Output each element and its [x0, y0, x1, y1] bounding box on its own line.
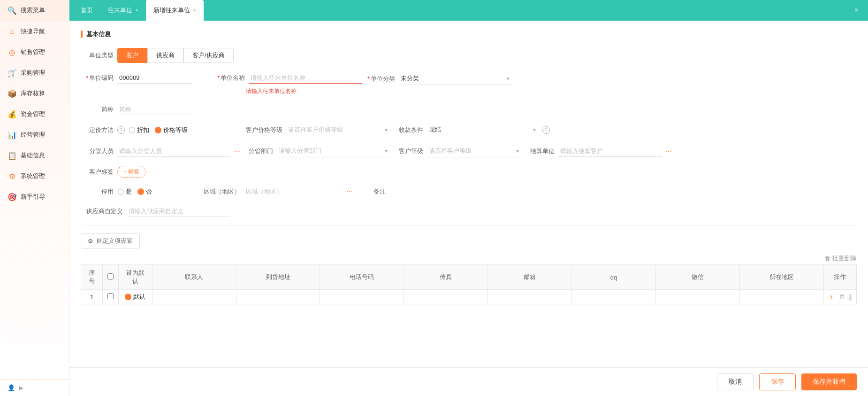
save-new-button[interactable]: 保存并新增	[801, 373, 857, 390]
remark-label: 备注	[353, 187, 386, 196]
remark-input[interactable]	[389, 186, 541, 197]
sidebar-item-system[interactable]: ⚙ 系统管理	[0, 166, 69, 186]
row-default: 默认	[119, 290, 152, 304]
disabled-no[interactable]: 否	[137, 187, 152, 196]
sidebar-item-inventory[interactable]: 📦 库存核算	[0, 83, 69, 104]
payment-terms-label: 收款条件	[390, 126, 423, 134]
sidebar-expand-icon: ▶	[19, 384, 23, 391]
payment-terms-help-icon[interactable]: ?	[542, 126, 550, 134]
remark-field: 备注	[353, 186, 541, 197]
sidebar-user-icon: 👤	[8, 384, 15, 391]
short-name-field: 简称	[81, 104, 212, 115]
col-contact: 联系人	[152, 265, 236, 290]
tab-partner-close[interactable]: ×	[135, 7, 138, 14]
category-value: 未分类	[401, 74, 419, 83]
form-content: 基本信息 单位类型 客户 供应商 客户/供应商 单位编码 单位名称	[69, 21, 868, 367]
region-input[interactable]	[244, 186, 343, 197]
short-name-input[interactable]	[117, 104, 192, 115]
row-default-radio[interactable]: 默认	[123, 293, 147, 301]
manager-label: 分管人员	[81, 147, 114, 155]
unit-type-customer[interactable]: 客户	[117, 48, 147, 63]
sidebar-item-operations[interactable]: 📊 经营管理	[0, 124, 69, 145]
row-wechat-input[interactable]	[661, 294, 735, 301]
category-label: 单位分类	[362, 75, 395, 83]
save-button[interactable]: 保存	[759, 373, 796, 390]
row-wechat	[656, 290, 740, 304]
form-divider	[81, 225, 857, 226]
operations-icon: 📊	[8, 130, 17, 140]
row-default-label: 默认	[133, 293, 145, 301]
row-add-btn[interactable]: ＋	[829, 293, 835, 300]
unit-type-both[interactable]: 客户/供应商	[183, 48, 234, 63]
sidebar-label-purchase: 采购管理	[21, 69, 45, 77]
sidebar-item-purchase[interactable]: 🛒 采购管理	[0, 62, 69, 83]
pricing-discount-radio	[129, 127, 135, 133]
row-email-input[interactable]	[493, 294, 567, 301]
supplier-custom-row: 供应商自定义	[81, 206, 857, 217]
tab-partner[interactable]: 往来单位 ×	[100, 0, 146, 21]
unit-type-supplier[interactable]: 供应商	[147, 48, 183, 63]
add-tag-button[interactable]: + 标签	[117, 166, 145, 178]
sidebar-search[interactable]: 🔍 搜索菜单	[0, 0, 69, 21]
row-address-input[interactable]	[241, 294, 315, 301]
sidebar-label-sales: 销售管理	[21, 48, 45, 56]
tab-close-all[interactable]: ×	[849, 6, 864, 15]
pricing-level[interactable]: 价格等级	[155, 126, 188, 134]
select-all-checkbox[interactable]	[107, 273, 114, 280]
row-default-radio-circle	[125, 294, 131, 300]
customer-price-level-select[interactable]: 请选择客户价格等级 ▼	[286, 124, 390, 136]
tab-new-partner-close[interactable]: ×	[193, 7, 196, 14]
sidebar-bottom: 👤 ▶	[0, 379, 69, 396]
manager-more-btn[interactable]: ···	[234, 147, 240, 155]
pricing-discount-label: 折扣	[137, 126, 149, 134]
row-contact-input[interactable]	[157, 294, 231, 301]
manager-input[interactable]	[117, 146, 230, 157]
row-checkbox-input[interactable]	[107, 293, 114, 299]
row-fax-input[interactable]	[409, 294, 483, 301]
customer-level-field: 客户等级 请选择客户等级 ▼	[390, 145, 522, 157]
payment-terms-select[interactable]: 现结 ▼	[427, 124, 539, 136]
tab-home[interactable]: 首页	[73, 0, 100, 21]
sidebar-label-guide: 新手引导	[21, 193, 45, 201]
sidebar-item-finance[interactable]: 💰 资金管理	[0, 104, 69, 124]
col-actions: 操作	[823, 265, 856, 290]
tab-home-label: 首页	[81, 6, 93, 15]
unit-type-label: 单位类型	[81, 51, 114, 60]
code-label: 单位编码	[81, 74, 114, 82]
name-input[interactable]	[249, 72, 362, 84]
pricing-help-icon[interactable]: ?	[117, 126, 125, 134]
pricing-row: 定价方法 ? 折扣 价格等级 客户价格等级 请选择客户价格等级	[81, 124, 857, 136]
col-address: 到货地址	[236, 265, 320, 290]
department-select[interactable]: 请输入分管部门 ▼	[277, 145, 390, 157]
section-title: 基本信息	[86, 30, 111, 39]
search-icon: 🔍	[8, 6, 17, 15]
row-qq-input[interactable]	[577, 294, 651, 301]
supplier-custom-input[interactable]	[127, 206, 230, 217]
settlement-more-btn[interactable]: ···	[666, 147, 672, 155]
pricing-discount[interactable]: 折扣	[129, 126, 149, 134]
settlement-unit-input[interactable]	[558, 146, 662, 157]
row-delete-btn[interactable]: 🗑	[839, 293, 845, 300]
region-more-btn[interactable]: ···	[347, 187, 353, 196]
sidebar-item-quick-nav[interactable]: ⌂ 快捷导航	[0, 21, 69, 42]
row-region-input[interactable]	[745, 294, 819, 301]
row-address	[236, 290, 320, 304]
customer-level-select[interactable]: 请选择客户等级 ▼	[427, 145, 522, 157]
pricing-field: 定价方法 ? 折扣 价格等级	[81, 126, 240, 134]
category-select[interactable]: 未分类 ▼	[399, 72, 512, 85]
sidebar-item-guide[interactable]: 🎯 新手引导	[0, 186, 69, 207]
sidebar-item-basic[interactable]: 📋 基础信息	[0, 145, 69, 166]
row-phone-input[interactable]	[325, 294, 399, 301]
batch-delete-btn[interactable]: 🗑 批量删除	[824, 254, 857, 263]
disabled-radio-group: 是 否	[117, 187, 152, 196]
customer-tag-field: 客户标签 + 标签	[81, 166, 857, 178]
tab-new-partner[interactable]: 新增往来单位 ×	[146, 0, 204, 21]
code-input[interactable]	[117, 72, 192, 84]
sidebar-search-label: 搜索菜单	[21, 6, 45, 15]
sidebar-item-sales[interactable]: ◎ 销售管理	[0, 42, 69, 62]
custom-settings-button[interactable]: ⚙ 自定义项设置	[81, 233, 140, 248]
disabled-yes[interactable]: 是	[117, 187, 132, 196]
name-label: 单位名称	[212, 74, 245, 82]
disabled-yes-label: 是	[126, 187, 132, 196]
cancel-button[interactable]: 取消	[717, 373, 754, 390]
